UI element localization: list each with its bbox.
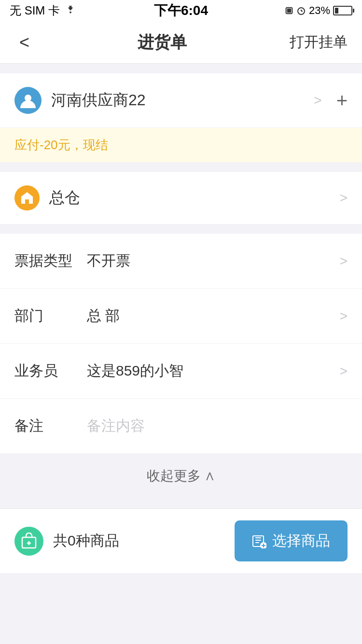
remark-input[interactable]: 备注内容 xyxy=(72,416,348,436)
status-time: 下午6:04 xyxy=(154,1,208,20)
select-product-label: 选择商品 xyxy=(272,531,330,551)
product-count-label: 共0种商品 xyxy=(53,531,235,551)
supplier-chevron-icon: > xyxy=(314,93,321,108)
avatar xyxy=(14,87,42,114)
product-icon xyxy=(20,532,38,550)
notice-bar: 应付-20元，现结 xyxy=(0,128,362,162)
collapse-label: 收起更多 ∧ xyxy=(147,467,216,485)
svg-point-5 xyxy=(25,95,31,101)
location-icon xyxy=(283,4,295,16)
alarm-icon xyxy=(296,6,306,15)
select-product-icon xyxy=(252,534,266,548)
invoice-type-label: 票据类型 xyxy=(14,251,72,271)
section-gap-1 xyxy=(0,64,362,73)
battery-icon xyxy=(333,6,352,15)
invoice-type-chevron-icon: > xyxy=(340,253,348,269)
warehouse-row[interactable]: 总仓 > xyxy=(0,172,362,224)
remark-row[interactable]: 备注 备注内容 xyxy=(0,398,362,453)
open-pending-button[interactable]: 打开挂单 xyxy=(290,32,348,52)
bottom-bar: 共0种商品 选择商品 xyxy=(0,508,362,573)
section-gap-2 xyxy=(0,162,362,172)
svg-rect-8 xyxy=(25,199,29,204)
wifi-icon xyxy=(64,6,77,15)
department-chevron-icon: > xyxy=(340,308,348,324)
invoice-type-value: 不开票 xyxy=(72,251,340,271)
select-product-button[interactable]: 选择商品 xyxy=(235,520,348,561)
warehouse-chevron-icon: > xyxy=(340,190,348,206)
supplier-row[interactable]: 河南供应商22 > + xyxy=(0,73,362,128)
invoice-type-row[interactable]: 票据类型 不开票 > xyxy=(0,234,362,288)
salesperson-label: 业务员 xyxy=(14,361,72,381)
warehouse-card: 总仓 > xyxy=(0,172,362,224)
remark-label: 备注 xyxy=(14,416,72,436)
supplier-name: 河南供应商22 xyxy=(51,90,314,111)
nav-bar: < 进货单 打开挂单 xyxy=(0,21,362,64)
add-icon[interactable]: + xyxy=(336,90,348,112)
salesperson-value: 这是859的小智 xyxy=(72,361,340,381)
signal-text: 无 SIM 卡 xyxy=(10,3,60,18)
department-row[interactable]: 部门 总 部 > xyxy=(0,288,362,343)
section-gap-3 xyxy=(0,224,362,234)
department-label: 部门 xyxy=(14,306,72,326)
warehouse-name: 总仓 xyxy=(49,187,340,209)
bottom-content xyxy=(0,573,362,644)
page-title: 进货单 xyxy=(138,31,187,54)
supplier-card: 河南供应商22 > + 应付-20元，现结 xyxy=(0,73,362,162)
product-icon-wrap xyxy=(14,527,43,556)
svg-marker-7 xyxy=(21,192,33,197)
person-icon xyxy=(19,92,37,109)
notice-text: 应付-20元，现结 xyxy=(14,138,108,152)
warehouse-icon-wrap xyxy=(14,185,40,210)
salesperson-row[interactable]: 业务员 这是859的小智 > xyxy=(0,343,362,398)
status-left: 无 SIM 卡 xyxy=(10,3,77,18)
salesperson-chevron-icon: > xyxy=(340,364,348,379)
battery-percent: 23% xyxy=(309,4,330,17)
status-bar: 无 SIM 卡 下午6:04 23% xyxy=(0,0,362,21)
collapse-row[interactable]: 收起更多 ∧ xyxy=(0,453,362,499)
department-value: 总 部 xyxy=(72,306,340,326)
form-card: 票据类型 不开票 > 部门 总 部 > 业务员 这是859的小智 > 备注 备注… xyxy=(0,234,362,453)
status-right: 23% xyxy=(285,4,352,17)
section-gap-4 xyxy=(0,499,362,508)
warehouse-icon xyxy=(20,191,34,205)
back-button[interactable]: < xyxy=(14,28,34,57)
